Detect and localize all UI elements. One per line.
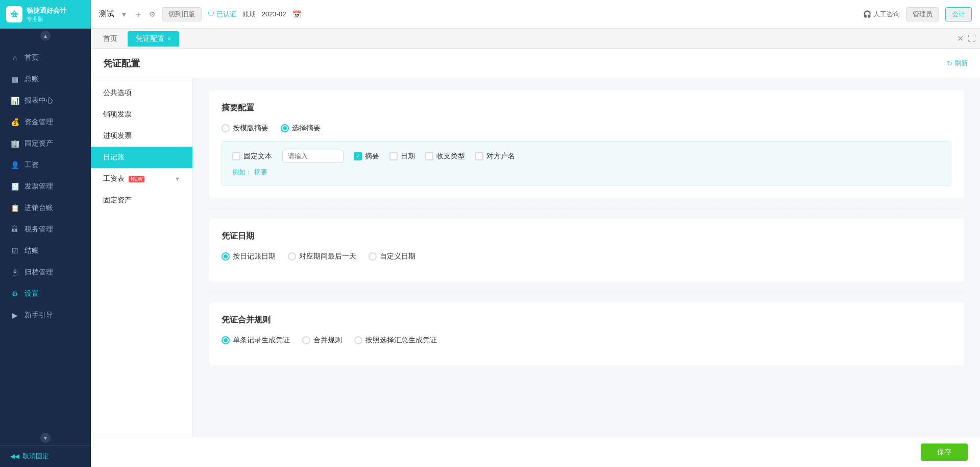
example-text: 例如： 摘要 <box>232 168 941 177</box>
calendar-icon[interactable]: 📅 <box>292 10 301 18</box>
journal-date-radio-circle <box>222 252 230 261</box>
tab-voucher-config[interactable]: 凭证配置 × <box>128 31 179 46</box>
single-record-radio-circle <box>222 336 230 344</box>
summary-config-title: 摘要配置 <box>222 103 951 113</box>
invoice-icon: 🧾 <box>10 182 19 191</box>
checkbox-summary[interactable]: ✓ 摘要 <box>354 152 379 161</box>
page-title: 凭证配置 <box>103 57 140 69</box>
radio-select-circle <box>281 124 289 132</box>
radio-journal-date[interactable]: 按日记账日期 <box>222 252 276 261</box>
voucher-date-radio-group: 按日记账日期 对应期间最后一天 自定义日期 <box>222 252 951 261</box>
sidebar-logo: 会 畅捷通好会计 专业版 <box>0 0 91 29</box>
tab-bar: 首页 凭证配置 × ✕ ⛶ <box>91 29 980 49</box>
left-nav-payroll[interactable]: 工资表 NEW ▼ <box>91 168 192 190</box>
tab-close-button[interactable]: ✕ <box>957 34 964 43</box>
tab-home[interactable]: 首页 <box>95 31 126 46</box>
sidebar-item-ledger[interactable]: ▤ 总账 <box>0 68 91 90</box>
save-button[interactable]: 保存 <box>921 443 968 461</box>
report-icon: 📊 <box>10 96 19 105</box>
guide-icon: ▶ <box>10 311 19 320</box>
left-nav-fixed-assets[interactable]: 固定资产 <box>91 190 192 211</box>
sidebar-nav: ⌂ 首页 ▤ 总账 📊 报表中心 💰 资金管理 🏢 固定资产 👤 工资 <box>0 43 91 431</box>
radio-template-circle <box>222 124 230 132</box>
period-label: 账期 <box>242 10 256 19</box>
sidebar-item-guide[interactable]: ▶ 新手引导 <box>0 305 91 326</box>
tab-close-icon[interactable]: × <box>167 35 171 42</box>
sidebar-item-settings[interactable]: ⚙ 设置 <box>0 283 91 305</box>
tab-right-actions: ✕ ⛶ <box>957 34 976 43</box>
radio-select-summary[interactable]: 选择摘要 <box>281 124 321 133</box>
settings-header-icon[interactable]: ⚙ <box>149 10 156 18</box>
fixed-text-input[interactable] <box>282 150 344 162</box>
sidebar-item-asset[interactable]: 🏢 固定资产 <box>0 133 91 154</box>
fund-icon: 💰 <box>10 118 19 127</box>
company-name: 测试 <box>99 9 114 19</box>
switch-old-version-button[interactable]: 切到旧版 <box>162 7 202 21</box>
left-nav-public[interactable]: 公共选项 <box>91 82 192 104</box>
checkbox-counterpart[interactable]: 对方户名 <box>475 152 515 161</box>
sidebar-item-tax[interactable]: 🏛 税务管理 <box>0 219 91 240</box>
company-chevron-icon[interactable]: ▼ <box>120 10 128 18</box>
sidebar-item-archive[interactable]: 🗄 归档管理 <box>0 262 91 283</box>
sidebar-footer-unpin[interactable]: ◀◀ 取消固定 <box>0 445 91 467</box>
right-content: 摘要配置 按模版摘要 选择摘要 <box>193 78 980 437</box>
admin-button[interactable]: 管理员 <box>906 7 939 21</box>
left-nav-sales-invoice[interactable]: 销项发票 <box>91 104 192 125</box>
salary-icon: 👤 <box>10 160 19 170</box>
left-nav-journal[interactable]: 日记账 <box>91 147 192 168</box>
summary-config-box: 固定文本 ✓ 摘要 日期 <box>222 141 951 185</box>
radio-merge-rule[interactable]: 合并规则 <box>302 336 342 345</box>
checkbox-date[interactable]: 日期 <box>389 152 415 161</box>
radio-template-summary[interactable]: 按模版摘要 <box>222 124 268 133</box>
summary-config-section: 摘要配置 按模版摘要 选择摘要 <box>209 90 964 198</box>
payment-type-checkbox <box>425 152 433 160</box>
custom-date-radio-circle <box>369 252 377 261</box>
sidebar-item-invoice[interactable]: 🧾 发票管理 <box>0 176 91 197</box>
fixed-text-checkbox <box>232 152 240 160</box>
date-checkbox <box>389 152 398 160</box>
top-header: 测试 ▼ ＋ ⚙ 切到旧版 🛡 已认证 账期 2023-02 📅 🎧 人工咨询 … <box>91 0 980 29</box>
asset-icon: 🏢 <box>10 139 19 148</box>
summary-radio-group: 按模版摘要 选择摘要 <box>222 124 951 133</box>
tab-expand-button[interactable]: ⛶ <box>968 34 976 43</box>
tax-icon: 🏛 <box>10 225 19 234</box>
certified-badge: 🛡 已认证 <box>208 10 236 19</box>
sidebar-item-fund[interactable]: 💰 资金管理 <box>0 111 91 133</box>
role-button[interactable]: 会计 <box>945 7 972 21</box>
radio-select-merge[interactable]: 按照选择汇总生成凭证 <box>354 336 437 345</box>
payroll-chevron-icon: ▼ <box>175 176 180 182</box>
merge-rule-radio-circle <box>302 336 310 344</box>
logo-icon: 会 <box>6 6 22 22</box>
new-badge: NEW <box>129 176 144 182</box>
close-account-icon: ☑ <box>10 246 19 255</box>
voucher-merge-section: 凭证合并规则 单条记录生成凭证 合并规则 <box>209 302 964 365</box>
trade-icon: 📋 <box>10 203 19 213</box>
archive-icon: 🗄 <box>10 268 19 277</box>
left-nav-purchase-invoice[interactable]: 进项发票 <box>91 125 192 147</box>
add-company-icon[interactable]: ＋ <box>134 8 143 20</box>
sidebar-scroll-up[interactable]: ▲ <box>40 31 51 41</box>
sidebar-item-salary[interactable]: 👤 工资 <box>0 154 91 176</box>
refresh-button[interactable]: ↻ 刷新 <box>947 59 968 68</box>
left-nav: 公共选项 销项发票 进项发票 日记账 工资表 NEW <box>91 78 193 437</box>
content-area: 凭证配置 ↻ 刷新 公共选项 销项发票 进项发票 <box>91 49 980 467</box>
content-body: 公共选项 销项发票 进项发票 日记账 工资表 NEW <box>91 78 980 437</box>
sidebar-item-trade[interactable]: 📋 进销台账 <box>0 197 91 219</box>
sidebar-item-close-account[interactable]: ☑ 结账 <box>0 240 91 262</box>
main-area: 测试 ▼ ＋ ⚙ 切到旧版 🛡 已认证 账期 2023-02 📅 🎧 人工咨询 … <box>91 0 980 467</box>
sidebar-scroll-down[interactable]: ▼ <box>40 433 51 443</box>
content-header: 凭证配置 ↻ 刷新 <box>91 49 980 78</box>
counterpart-checkbox <box>475 152 483 160</box>
checkbox-fixed-text[interactable]: 固定文本 <box>232 152 272 161</box>
voucher-date-section: 凭证日期 按日记账日期 对应期间最后一天 <box>209 219 964 282</box>
sidebar-item-report[interactable]: 📊 报表中心 <box>0 90 91 111</box>
period-last-radio-circle <box>288 252 296 261</box>
radio-custom-date[interactable]: 自定义日期 <box>369 252 415 261</box>
radio-single-record[interactable]: 单条记录生成凭证 <box>222 336 290 345</box>
logo-text: 畅捷通好会计 专业版 <box>27 6 66 23</box>
sidebar-item-home[interactable]: ⌂ 首页 <box>0 47 91 68</box>
radio-period-last[interactable]: 对应期间最后一天 <box>288 252 356 261</box>
checkbox-payment-type[interactable]: 收支类型 <box>425 152 465 161</box>
shield-icon: 🛡 <box>208 10 214 18</box>
support-button[interactable]: 🎧 人工咨询 <box>863 10 900 19</box>
